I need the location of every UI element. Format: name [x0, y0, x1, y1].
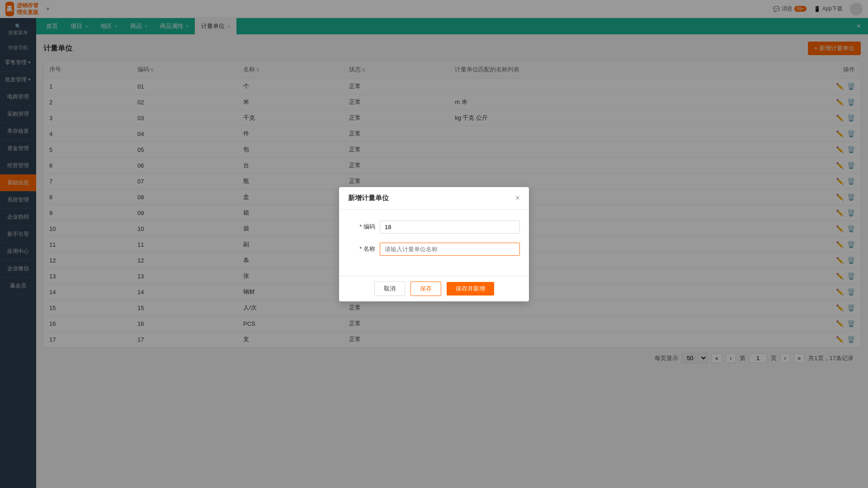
modal-overlay: 新增计量单位 × * 编码 * 名称 取消 保存 保存并新增	[0, 0, 868, 488]
save-button[interactable]: 保存	[410, 282, 441, 296]
code-label: * 编码	[348, 223, 375, 231]
name-input[interactable]	[380, 243, 520, 256]
modal-title: 新增计量单位	[348, 194, 389, 202]
save-and-new-button[interactable]: 保存并新增	[447, 282, 494, 296]
code-input[interactable]	[380, 221, 520, 234]
form-row-name: * 名称	[348, 243, 520, 256]
modal-body: * 编码 * 名称	[339, 210, 529, 276]
app-container: 赢 进销存管理生意版 ▼ 💬 消息 99+ 📱 App下载 �	[0, 0, 868, 488]
modal-close-button[interactable]: ×	[515, 193, 520, 203]
name-label: * 名称	[348, 245, 375, 253]
modal-header: 新增计量单位 ×	[339, 187, 529, 210]
cancel-button[interactable]: 取消	[374, 282, 405, 296]
form-row-code: * 编码	[348, 221, 520, 234]
add-unit-modal: 新增计量单位 × * 编码 * 名称 取消 保存 保存并新增	[339, 187, 529, 301]
modal-footer: 取消 保存 保存并新增	[339, 276, 529, 301]
